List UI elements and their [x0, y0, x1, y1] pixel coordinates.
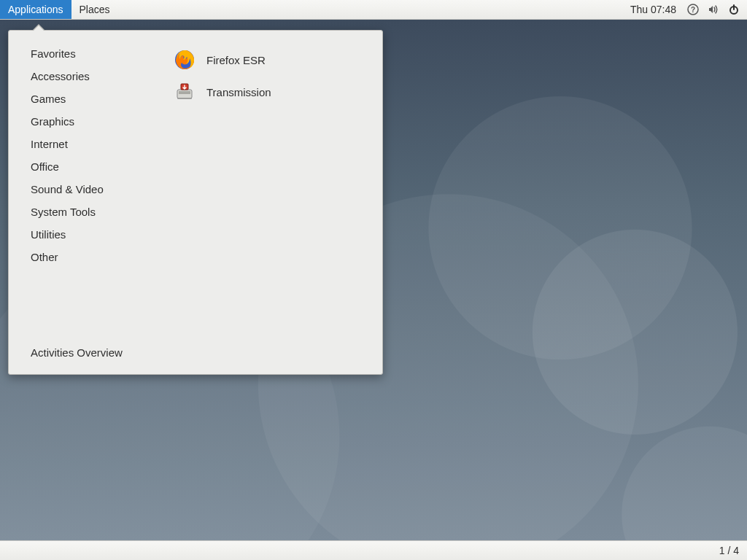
volume-icon[interactable]: [703, 0, 724, 19]
desktop[interactable]: Favorites Accessories Games Graphics Int…: [0, 20, 747, 540]
svg-text:?: ?: [691, 6, 695, 14]
category-item-office[interactable]: Office: [9, 155, 144, 178]
workspace-label: 1 / 4: [719, 545, 739, 556]
panel-spacer: [118, 0, 624, 19]
category-item-graphics[interactable]: Graphics: [9, 110, 144, 133]
top-panel: Applications Places Thu 07:48 ?: [0, 0, 747, 20]
category-item-system-tools[interactable]: System Tools: [9, 201, 144, 223]
category-item-favorites[interactable]: Favorites: [9, 42, 144, 65]
transmission-icon: [173, 80, 196, 104]
app-label: Firefox ESR: [206, 54, 266, 66]
category-label: Graphics: [31, 115, 74, 128]
clock-label: Thu 07:48: [630, 4, 676, 15]
category-item-utilities[interactable]: Utilities: [9, 223, 144, 246]
category-label: Internet: [31, 138, 68, 150]
app-label: Transmission: [206, 86, 271, 98]
firefox-icon: [173, 48, 196, 71]
category-label: System Tools: [31, 206, 96, 218]
workspace-indicator[interactable]: 1 / 4: [719, 545, 739, 556]
applications-menu-popup: Favorites Accessories Games Graphics Int…: [8, 30, 383, 375]
activities-overview-item[interactable]: Activities Overview: [9, 341, 144, 364]
svg-rect-6: [179, 91, 190, 94]
places-menu-button[interactable]: Places: [71, 0, 118, 19]
places-label: Places: [80, 4, 110, 15]
category-label: Other: [31, 251, 58, 263]
category-item-accessories[interactable]: Accessories: [9, 65, 144, 88]
category-label: Office: [31, 160, 59, 173]
category-item-games[interactable]: Games: [9, 88, 144, 110]
category-item-internet[interactable]: Internet: [9, 133, 144, 155]
bottom-panel: 1 / 4: [0, 540, 747, 560]
accessibility-icon[interactable]: ?: [683, 0, 703, 19]
activities-label: Activities Overview: [31, 346, 123, 359]
app-list: Firefox ESR Transmission: [144, 31, 382, 374]
category-item-other[interactable]: Other: [9, 246, 144, 268]
category-label: Sound & Video: [31, 183, 104, 195]
category-item-sound-video[interactable]: Sound & Video: [9, 178, 144, 201]
power-icon[interactable]: [724, 0, 747, 19]
clock[interactable]: Thu 07:48: [624, 0, 683, 19]
category-label: Utilities: [31, 228, 66, 241]
category-label: Accessories: [31, 70, 90, 82]
category-label: Games: [31, 93, 66, 105]
category-list: Favorites Accessories Games Graphics Int…: [9, 31, 144, 374]
app-item-transmission[interactable]: Transmission: [144, 76, 382, 108]
app-item-firefox-esr[interactable]: Firefox ESR: [144, 44, 382, 76]
category-label: Favorites: [31, 47, 76, 60]
applications-label: Applications: [8, 4, 63, 15]
applications-menu-button[interactable]: Applications: [0, 0, 71, 19]
